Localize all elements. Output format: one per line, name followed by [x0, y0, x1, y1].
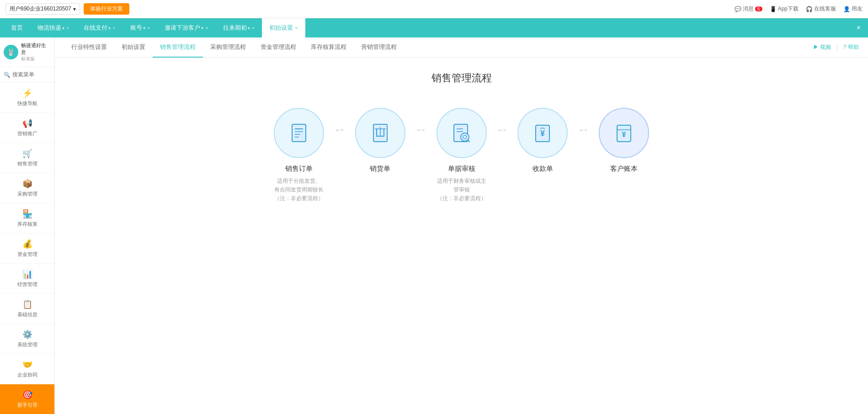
flow-step-sales-order: 销售订单 适用于分批发货、有合同发货周期较长（注：非必要流程） — [258, 108, 340, 203]
search-icon: 🔍 — [4, 72, 11, 78]
close-icon[interactable]: × — [205, 25, 208, 31]
sub-tab-sales-flow[interactable]: 销售管理流程 — [153, 37, 203, 58]
sidebar-item-basic-info[interactable]: 📋 基础信息 — [0, 294, 54, 324]
nav-tab-invite-label: 邀请下游客户 — [165, 24, 200, 32]
delivery-icon — [369, 122, 392, 144]
sidebar-item-system[interactable]: ⚙️ 系统管理 — [0, 324, 54, 354]
delivery-name: 销货单 — [370, 165, 390, 173]
flow-content: 销售管理流程 销售订单 适用于分批发货、有合同发货周期较长（ — [55, 58, 868, 414]
sidebar-item-marketing[interactable]: 📢 营销推广 — [0, 113, 54, 143]
nav-tab-initial-setup[interactable]: 初始设置 × — [262, 18, 305, 37]
sales-icon: 🛒 — [22, 149, 32, 159]
sub-tab-finance-flow[interactable]: 资金管理流程 — [253, 37, 304, 58]
app-download-item[interactable]: 📱 App下载 — [770, 5, 799, 13]
flow-title: 销售管理流程 — [64, 71, 859, 85]
sub-tab-marketing-flow-label: 营销管理流程 — [361, 43, 397, 51]
app-download-label: App下载 — [778, 5, 799, 13]
sidebar-item-label: 基础信息 — [17, 311, 37, 318]
avatar-icon: 👤 — [843, 6, 850, 12]
finance-icon: 💰 — [22, 239, 32, 249]
nav-tab-home[interactable]: 首页 — [4, 18, 30, 37]
sub-tab-purchase-flow[interactable]: 采购管理流程 — [203, 37, 253, 58]
nav-tab-payment[interactable]: 在线支付 ▾ × — [76, 18, 122, 37]
operations-icon: 📊 — [22, 269, 32, 279]
svg-text:¥: ¥ — [540, 129, 545, 138]
sales-order-name: 销售订单 — [285, 165, 313, 173]
content-area: 行业特性设置 初始设置 销售管理流程 采购管理流程 资金管理流程 库存核算流程 … — [55, 37, 868, 414]
nav-tab-invite[interactable]: 邀请下游客户 ▾ × — [157, 18, 215, 37]
close-icon[interactable]: × — [66, 25, 69, 31]
new-guide-icon: 🎯 — [22, 390, 32, 400]
logo-line1: 畅捷通好生意 — [21, 42, 51, 56]
flow-step-ledger: ¥ 客户账本 — [583, 108, 665, 177]
message-item[interactable]: 💬 消息 6 — [735, 5, 762, 13]
nav-tab-account[interactable]: 账号 ▾ × — [123, 18, 157, 37]
sidebar-item-label: 企业协同 — [17, 372, 37, 378]
close-icon[interactable]: × — [147, 25, 150, 31]
top-bar: 用户690企业1660120507 ▾ 体验行业方案 💬 消息 6 📱 App下… — [0, 0, 868, 18]
user-item[interactable]: 👤 用友 — [843, 5, 863, 13]
sub-tab-marketing-flow[interactable]: 营销管理流程 — [354, 37, 404, 58]
sidebar-item-quick-nav[interactable]: ⚡ 快捷导航 — [0, 83, 54, 113]
sidebar-search-label: 搜索菜单 — [12, 71, 34, 79]
close-icon[interactable]: × — [112, 25, 115, 31]
divider: | — [836, 44, 838, 51]
sales-order-circle — [274, 108, 324, 158]
sub-tab-industry-label: 行业特性设置 — [71, 43, 107, 51]
nav-close-all[interactable]: × — [853, 24, 864, 32]
receipt-circle: ¥ — [517, 108, 568, 158]
sidebar-item-purchase[interactable]: 📦 采购管理 — [0, 173, 54, 203]
nav-tab-logistics[interactable]: 物流快递 ▾ × — [30, 18, 76, 37]
sidebar-item-sales[interactable]: 🛒 销售管理 — [0, 143, 54, 173]
sub-tab-initial[interactable]: 初始设置 — [114, 37, 153, 58]
sidebar-item-finance[interactable]: 💰 资金管理 — [0, 234, 54, 264]
user-selector[interactable]: 用户690企业1660120507 ▾ — [5, 3, 80, 15]
sidebar-item-enterprise-collab[interactable]: 🤝 企业协同 — [0, 354, 54, 384]
user-selector-text: 用户690企业1660120507 — [10, 5, 71, 13]
review-circle — [437, 108, 487, 158]
sub-tabs-right: ▶ 视频 | ? 帮助 — [813, 43, 859, 51]
nav-tab-initial-setup-label: 初始设置 — [269, 24, 293, 32]
review-desc: 适用于财务审核或主管审核（注：非必要流程） — [437, 177, 486, 203]
flow-step-delivery: 销货单 — [339, 108, 421, 177]
sub-tab-sales-flow-label: 销售管理流程 — [160, 43, 196, 51]
svg-line-13 — [468, 140, 469, 142]
chevron-down-icon: ▾ — [73, 6, 76, 12]
sidebar-item-operations[interactable]: 📊 经营管理 — [0, 264, 54, 294]
sidebar-item-label: 新手引导 — [17, 402, 37, 409]
flow-step-receipt: ¥ 收款单 — [501, 108, 584, 177]
sidebar-logo: 🐰 畅捷通好生意 标准版 — [0, 37, 54, 67]
sidebar-item-new-guide[interactable]: 🎯 新手引导 — [0, 384, 54, 414]
sub-tab-inventory-flow[interactable]: 库存核算流程 — [304, 37, 354, 58]
close-icon[interactable]: × — [252, 25, 255, 31]
quick-nav-icon: ⚡ — [22, 88, 32, 98]
sub-tab-initial-label: 初始设置 — [122, 43, 145, 51]
flow-steps: 销售订单 适用于分批发货、有合同发货周期较长（注：非必要流程） ···→ — [64, 108, 859, 203]
video-link[interactable]: ▶ 视频 — [813, 43, 831, 51]
delivery-circle — [355, 108, 405, 158]
inventory-icon: 🏪 — [22, 209, 32, 219]
nav-tab-period[interactable]: 往来期初 ▾ × — [216, 18, 262, 37]
close-icon[interactable]: × — [295, 25, 298, 31]
user-name-label: 用友 — [852, 5, 863, 13]
sidebar-item-label: 采购管理 — [17, 191, 37, 197]
nav-tabs: 首页 物流快递 ▾ × 在线支付 ▾ × 账号 ▾ × 邀请下游客户 ▾ × 往… — [0, 18, 868, 37]
sidebar-item-inventory[interactable]: 🏪 库存核算 — [0, 203, 54, 234]
try-industry-button[interactable]: 体验行业方案 — [84, 3, 129, 15]
sub-tab-industry[interactable]: 行业特性设置 — [64, 37, 114, 58]
receipt-name: 收款单 — [533, 165, 553, 173]
receipt-icon: ¥ — [531, 122, 554, 144]
ledger-icon: ¥ — [612, 122, 635, 144]
sidebar-item-label: 经营管理 — [17, 281, 37, 288]
online-service-item[interactable]: 🎧 在线客服 — [806, 5, 836, 13]
ledger-circle: ¥ — [599, 108, 649, 158]
ledger-name: 客户账本 — [610, 165, 638, 173]
sidebar-search[interactable]: 🔍 搜索菜单 — [0, 67, 54, 83]
help-icon: ? — [843, 44, 847, 50]
logo-text: 畅捷通好生意 标准版 — [21, 42, 51, 62]
sales-order-icon — [288, 122, 310, 144]
nav-tab-account-label: 账号 — [130, 24, 142, 32]
help-link[interactable]: ? 帮助 — [843, 43, 859, 51]
chevron-down-icon: ▾ — [108, 26, 111, 31]
chevron-down-icon: ▾ — [143, 26, 145, 31]
